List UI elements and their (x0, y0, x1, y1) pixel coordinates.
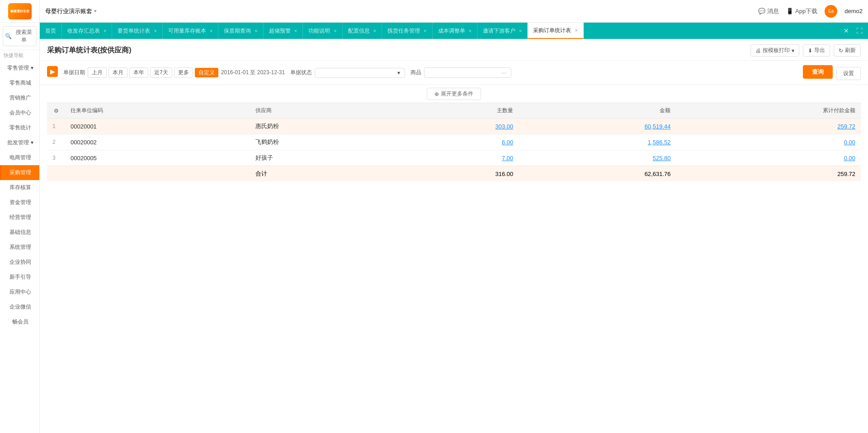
app-download-button[interactable]: 📱 App下载 (786, 7, 817, 15)
row-paid[interactable]: 0.00 (676, 134, 861, 150)
row-qty[interactable]: 7.00 (396, 150, 519, 166)
action-buttons: 查询 设置 (803, 65, 861, 80)
date-last-month[interactable]: 上月 (88, 67, 107, 78)
tab-close-config[interactable]: × (373, 28, 376, 33)
date-filter-item: 单据日期 上月 本月 本年 近7天 更多 自定义 2016-01-01 至 20… (63, 67, 285, 78)
sidebar-item-vip[interactable]: 畅会员 (0, 314, 39, 329)
tab-purchaseorder[interactable]: 采购订单统计表× (528, 23, 583, 39)
main-area: 母婴行业演示账套 ▾ 💬 消息 📱 App下载 Ea demo2 首页收发存汇总… (40, 0, 868, 433)
table-row: 3 00020005 好孩子 7.00 525.80 0.00 (47, 150, 861, 166)
sidebar-item-marketing[interactable]: 营销推广 (0, 90, 39, 105)
row-amount[interactable]: 1,586.52 (519, 134, 676, 150)
filter-row: 单据日期 上月 本月 本年 近7天 更多 自定义 2016-01-01 至 20… (63, 65, 861, 80)
sidebar-logo: 畅捷通好生意 (0, 0, 39, 23)
print-button[interactable]: 🖨 按模板打印 ▾ (750, 44, 799, 57)
tab-home[interactable]: 首页 (40, 23, 62, 39)
footer-amount: 62,631.76 (519, 166, 676, 182)
date-more[interactable]: 更多 (174, 67, 193, 78)
sidebar-item-enterprise[interactable]: 企业协同 (0, 255, 39, 270)
tabbar-maximize-icon[interactable]: ⛶ (854, 26, 864, 35)
sidebar-item-retail_shop[interactable]: 零售商城 (0, 76, 39, 90)
tab-sfsummary[interactable]: 收发存汇总表× (62, 23, 112, 39)
tab-close-invitecustomer[interactable]: × (519, 28, 522, 33)
row-paid[interactable]: 259.72 (676, 119, 861, 134)
query-button[interactable]: 查询 (803, 65, 833, 79)
tab-funcguide[interactable]: 功能说明× (303, 23, 342, 39)
sidebar-item-ecommerce[interactable]: 电商管理 (0, 150, 39, 165)
sidebar-item-purchase[interactable]: 采购管理 (0, 165, 39, 180)
footer-label: 合计 (250, 166, 396, 182)
tab-invitecustomer[interactable]: 邀请下游客户× (477, 23, 528, 39)
col-gear: ⚙ (47, 103, 65, 119)
quick-nav-label: 快捷导航 (0, 50, 39, 61)
tab-close-purchaseorder[interactable]: × (575, 28, 577, 33)
sidebar-item-corpwechat[interactable]: 企业微信 (0, 300, 39, 314)
sidebar-item-retail_stats[interactable]: 零售统计 (0, 120, 39, 135)
export-icon: ⬇ (808, 48, 812, 54)
message-button[interactable]: 💬 消息 (758, 7, 779, 15)
date-this-month[interactable]: 本月 (108, 67, 127, 78)
tab-config[interactable]: 配置信息× (343, 23, 382, 39)
expand-filter-button[interactable]: ⊕ 展开更多条件 (427, 88, 481, 100)
tab-close-requisition[interactable]: × (154, 28, 156, 33)
sidebar-item-retail[interactable]: 零售管理 ▾ (0, 61, 39, 76)
goods-filter-label: 商品 (410, 69, 421, 76)
date-custom-badge: 自定义 (195, 68, 218, 77)
goods-input[interactable] (429, 70, 501, 76)
status-select[interactable]: ▾ (315, 68, 405, 78)
tab-requisition[interactable]: 要货单统计表× (112, 23, 162, 39)
sidebar-item-member[interactable]: 会员中心 (0, 105, 39, 120)
filter-toggle-button[interactable]: ▶ (47, 66, 58, 77)
tabbar-right-actions: ✕ ⛶ (838, 23, 868, 39)
row-qty[interactable]: 303.00 (396, 119, 519, 134)
tab-costadjust[interactable]: 成本调整单× (433, 23, 477, 39)
search-menu-button[interactable]: 🔍 搜索菜单 (3, 26, 37, 46)
expand-filter-row: ⊕ 展开更多条件 (40, 85, 868, 103)
app-logo: 畅捷通好生意 (8, 3, 32, 19)
tab-picktask[interactable]: 拣货任务管理× (382, 23, 432, 39)
page-title: 采购订单统计表(按供应商) (47, 46, 132, 55)
user-avatar[interactable]: Ea (825, 5, 837, 18)
tab-overstock[interactable]: 超储预警× (264, 23, 303, 39)
table-row: 1 00020001 惠氏奶粉 303.00 60,519.44 259.72 (47, 119, 861, 134)
tab-close-sfsummary[interactable]: × (104, 28, 106, 33)
row-amount[interactable]: 60,519.44 (519, 119, 676, 134)
sidebar-item-system[interactable]: 系统管理 (0, 240, 39, 255)
page-content: 采购订单统计表(按供应商) 🖨 按模板打印 ▾ ⬇ 导出 ↻ 刷新 ▶ (40, 39, 868, 433)
tab-close-inventory[interactable]: × (210, 28, 212, 33)
sidebar-item-operation[interactable]: 经营管理 (0, 210, 39, 225)
row-supplier: 飞鹤奶粉 (250, 134, 396, 150)
gear-icon[interactable]: ⚙ (54, 108, 59, 114)
message-icon: 💬 (758, 8, 765, 14)
tab-label-invitecustomer: 邀请下游客户 (483, 27, 515, 35)
sidebar-item-finance[interactable]: 资金管理 (0, 195, 39, 210)
sidebar-item-appcenter[interactable]: 应用中心 (0, 285, 39, 300)
tab-close-funcguide[interactable]: × (334, 28, 336, 33)
tabbar-close-icon[interactable]: ✕ (842, 26, 851, 35)
row-amount[interactable]: 525.80 (519, 150, 676, 166)
sidebar-item-inventory_check[interactable]: 库存核算 (0, 180, 39, 195)
tab-close-costadjust[interactable]: × (469, 28, 472, 33)
refresh-button[interactable]: ↻ 刷新 (834, 44, 861, 57)
row-supplier: 惠氏奶粉 (250, 119, 396, 134)
row-qty[interactable]: 6.00 (396, 134, 519, 150)
export-button[interactable]: ⬇ 导出 (803, 44, 830, 57)
sidebar-item-newguide[interactable]: 新手引导 (0, 270, 39, 285)
sidebar-item-basic[interactable]: 基础信息 (0, 225, 39, 240)
tab-inventory[interactable]: 可用量库存账本× (163, 23, 218, 39)
col-qty: 主数量 (396, 103, 519, 119)
row-paid[interactable]: 0.00 (676, 150, 861, 166)
tab-label-picktask: 拣货任务管理 (387, 27, 420, 35)
tab-close-validity[interactable]: × (255, 28, 257, 33)
workspace-selector[interactable]: 母婴行业演示账套 ▾ (45, 7, 755, 15)
tab-close-overstock[interactable]: × (294, 28, 297, 33)
sidebar-search[interactable]: 🔍 搜索菜单 (0, 23, 39, 50)
settings-button[interactable]: 设置 (836, 67, 861, 80)
date-this-year[interactable]: 本年 (129, 67, 148, 78)
expand-icon: ⊕ (434, 91, 439, 97)
date-7days[interactable]: 近7天 (150, 67, 172, 78)
tab-close-picktask[interactable]: × (424, 28, 426, 33)
table-body: 1 00020001 惠氏奶粉 303.00 60,519.44 259.72 … (47, 119, 861, 166)
tab-validity[interactable]: 保质期查询× (218, 23, 263, 39)
sidebar-item-wholesale[interactable]: 批发管理 ▾ (0, 135, 39, 150)
